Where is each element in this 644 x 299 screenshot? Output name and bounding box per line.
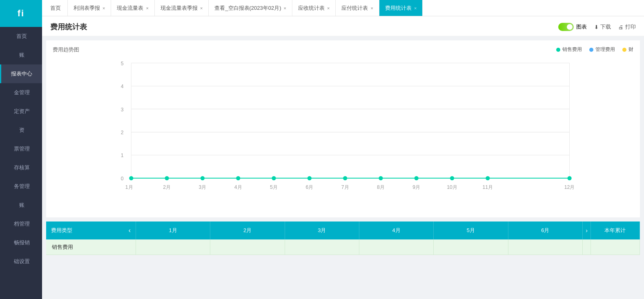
sidebar-item-ledger[interactable]: 账 xyxy=(0,196,42,215)
sidebar-item-assets[interactable]: 定资产 xyxy=(0,102,42,121)
th-month-1: 1月 xyxy=(136,221,210,239)
td-nav xyxy=(583,239,591,255)
legend-dot-finance xyxy=(622,48,626,52)
sidebar-item-account[interactable]: 账 xyxy=(0,46,42,64)
td-total-sales xyxy=(591,239,640,255)
tab-bar: 首页 利润表季报 × 现金流量表 × 现金流量表季报 × 查看_空白报表(202… xyxy=(42,0,644,16)
legend-sales: 销售费用 xyxy=(556,46,582,53)
chart-point xyxy=(567,176,571,180)
svg-text:9月: 9月 xyxy=(412,184,420,190)
sidebar-item-expense[interactable]: 畅报销 xyxy=(0,233,42,252)
sidebar-item-capital[interactable]: 资 xyxy=(0,121,42,140)
td-month-3 xyxy=(285,239,359,255)
legend-label-sales: 销售费用 xyxy=(562,46,582,53)
sidebar-item-finance[interactable]: 金管理 xyxy=(0,83,42,102)
chart-point xyxy=(129,176,133,180)
svg-text:5: 5 xyxy=(121,61,124,66)
page-title: 费用统计表 xyxy=(50,22,87,32)
td-month-2 xyxy=(210,239,285,255)
tab-home[interactable]: 首页 xyxy=(44,0,68,16)
chart-point xyxy=(343,176,347,180)
tab-receivable[interactable]: 应收统计表 × xyxy=(292,0,336,16)
chart-container: 5 4 3 2 1 0 xyxy=(53,57,633,212)
chart-point xyxy=(165,176,169,180)
chart-point xyxy=(236,176,240,180)
svg-text:8月: 8月 xyxy=(377,184,385,190)
legend-admin: 管理费用 xyxy=(589,46,615,53)
sidebar-logo: fi xyxy=(0,0,42,27)
chart-title: 费用趋势图 xyxy=(53,46,633,53)
print-button[interactable]: 🖨 打印 xyxy=(618,23,636,31)
tab-profit[interactable]: 利润表季报 × xyxy=(68,0,111,16)
svg-text:12月: 12月 xyxy=(564,184,575,190)
chart-legend: 销售费用 管理费用 财 xyxy=(556,46,633,53)
header-actions: 图表 ⬇ 下载 🖨 打印 xyxy=(558,23,636,31)
chart-toggle[interactable] xyxy=(558,23,574,31)
svg-text:1: 1 xyxy=(121,153,124,158)
table-header: 费用类型 ‹ 1月 2月 3月 4月 5月 6月 › 本年累计 xyxy=(46,221,640,239)
svg-text:0: 0 xyxy=(121,176,124,182)
main-area: 首页 利润表季报 × 现金流量表 × 现金流量表季报 × 查看_空白报表(202… xyxy=(42,0,644,299)
print-icon: 🖨 xyxy=(618,24,624,30)
table-row-sales: 销售费用 xyxy=(46,239,640,255)
tab-cashflow-quarterly[interactable]: 现金流量表季报 × xyxy=(155,0,209,16)
th-month-3: 3月 xyxy=(285,221,359,239)
sidebar-item-settings[interactable]: 础设置 xyxy=(0,252,42,271)
tab-cashflow[interactable]: 现金流量表 × xyxy=(111,0,154,16)
tab-close-cashflow-quarterly[interactable]: × xyxy=(200,6,203,11)
tab-blank-report[interactable]: 查看_空白报表(2023年02月) × xyxy=(209,0,292,16)
chart-point xyxy=(486,176,490,180)
tab-expense-stats[interactable]: 费用统计表 × xyxy=(379,0,423,16)
sidebar-item-invoice[interactable]: 票管理 xyxy=(0,140,42,158)
chart-toggle-wrap: 图表 xyxy=(558,23,587,31)
th-month-6: 6月 xyxy=(508,221,583,239)
page-header: 费用统计表 图表 ⬇ 下载 🖨 打印 xyxy=(42,16,644,36)
tab-close-payable[interactable]: × xyxy=(370,6,373,11)
tab-close-profit[interactable]: × xyxy=(103,6,105,11)
svg-text:3: 3 xyxy=(121,107,124,113)
tab-payable[interactable]: 应付统计表 × xyxy=(336,0,379,16)
svg-text:3月: 3月 xyxy=(199,184,207,190)
sidebar-item-service[interactable]: 务管理 xyxy=(0,177,42,196)
legend-dot-sales xyxy=(556,48,560,52)
svg-text:2月: 2月 xyxy=(163,184,171,190)
svg-text:11月: 11月 xyxy=(482,184,493,190)
sidebar-item-inventory[interactable]: 存核算 xyxy=(0,158,42,177)
th-nav-prev[interactable]: ‹ xyxy=(129,227,131,234)
tab-close-cashflow[interactable]: × xyxy=(146,6,148,11)
svg-text:4月: 4月 xyxy=(234,184,242,190)
td-month-4 xyxy=(359,239,434,255)
svg-text:4: 4 xyxy=(121,84,124,89)
tab-close-expense-stats[interactable]: × xyxy=(414,6,417,11)
chart-point xyxy=(201,176,205,180)
download-button[interactable]: ⬇ 下载 xyxy=(594,23,611,31)
legend-label-finance: 财 xyxy=(628,46,633,53)
svg-text:1月: 1月 xyxy=(125,184,133,190)
legend-dot-admin xyxy=(589,48,593,52)
legend-label-admin: 管理费用 xyxy=(595,46,615,53)
tab-close-receivable[interactable]: × xyxy=(327,6,330,11)
th-month-4: 4月 xyxy=(359,221,434,239)
chart-point xyxy=(414,176,419,180)
th-month-2: 2月 xyxy=(210,221,285,239)
svg-text:7月: 7月 xyxy=(341,184,349,190)
chart-toggle-label: 图表 xyxy=(576,23,587,31)
download-icon: ⬇ xyxy=(594,24,599,30)
sidebar-item-home[interactable]: 首页 xyxy=(0,27,42,46)
chart-point xyxy=(308,176,312,180)
tab-close-blank-report[interactable]: × xyxy=(284,6,286,11)
svg-text:6月: 6月 xyxy=(305,184,313,190)
content-area: 费用统计表 图表 ⬇ 下载 🖨 打印 费用趋势图 xyxy=(42,16,644,299)
chart-section: 费用趋势图 销售费用 管理费用 财 5 4 xyxy=(46,40,640,217)
th-total: 本年累计 xyxy=(591,221,640,239)
legend-finance: 财 xyxy=(622,46,633,53)
chart-point xyxy=(272,176,276,180)
svg-text:5月: 5月 xyxy=(270,184,278,190)
th-month-5: 5月 xyxy=(434,221,508,239)
sidebar-item-archive[interactable]: 档管理 xyxy=(0,215,42,233)
td-type-sales: 销售费用 xyxy=(46,239,136,255)
sidebar-item-reports[interactable]: 报表中心 xyxy=(0,64,42,83)
svg-text:2: 2 xyxy=(121,130,124,135)
th-nav-next[interactable]: › xyxy=(583,221,591,239)
trend-chart: 5 4 3 2 1 0 xyxy=(53,57,633,212)
